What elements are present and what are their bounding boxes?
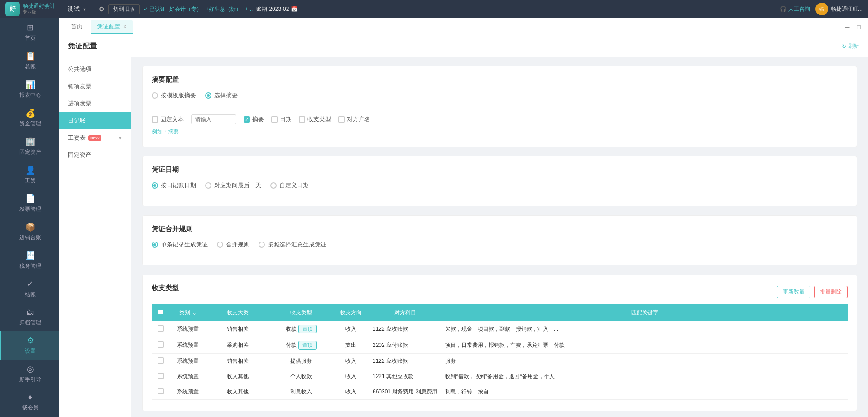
tab-config[interactable]: 凭证配置 × xyxy=(91,20,133,34)
sidebar-item-guide[interactable]: ◎ 新手引导 xyxy=(0,360,59,388)
radio-summary-gen[interactable]: 按照选择汇总生成凭证 xyxy=(259,241,326,249)
sidebar-label-funds: 资金管理 xyxy=(19,120,41,128)
tab-home[interactable]: 首页 xyxy=(64,20,89,34)
checkbox-date[interactable]: 日期 xyxy=(271,115,292,123)
row-check-3[interactable] xyxy=(152,369,170,384)
radio-journal-date[interactable]: 按日记账日期 xyxy=(152,181,196,190)
row-checkbox-4[interactable] xyxy=(158,388,164,394)
left-menu-fixed-assets[interactable]: 固定资产 xyxy=(59,147,131,164)
row-checkbox-3[interactable] xyxy=(158,373,164,379)
left-menu-public[interactable]: 公共选项 xyxy=(59,61,131,78)
refresh-btn[interactable]: ↻ 刷新 xyxy=(842,43,859,50)
left-menu-journal[interactable]: 日记账 xyxy=(59,112,131,129)
certified-tag: ✓ 已认证 xyxy=(144,5,166,13)
example-text: 例如：摘要 xyxy=(152,128,848,136)
switch-old-btn[interactable]: 切到旧版 xyxy=(108,4,140,14)
radio-period-last-circle xyxy=(205,182,211,189)
sidebar-item-assets[interactable]: 🏢 固定资产 xyxy=(0,132,59,161)
radio-merge[interactable]: 合并规则 xyxy=(217,241,249,249)
tab-close-icon[interactable]: × xyxy=(123,24,126,30)
sidebar-item-home[interactable]: ⊞ 首页 xyxy=(0,18,59,47)
row-check-2[interactable] xyxy=(152,354,170,369)
checkbox-fixed-text[interactable]: 固定文本 xyxy=(152,115,184,123)
row-check-1[interactable] xyxy=(152,337,170,354)
minimize-btn[interactable]: ─ xyxy=(844,23,852,32)
checkbox-type-label: 收支类型 xyxy=(307,115,331,123)
merge-title: 凭证合并规则 xyxy=(152,225,848,233)
sidebar: ⊞ 首页 📋 总账 📊 报表中心 💰 资金管理 🏢 固定资产 👤 工资 📄 发票… xyxy=(0,18,59,417)
page-header: 凭证配置 ↻ 刷新 xyxy=(59,36,868,57)
sidebar-item-settings[interactable]: ⚙ 设置 xyxy=(0,331,59,360)
radio-template[interactable]: 按模板版摘要 xyxy=(152,91,196,100)
sort-icon: ⌄ xyxy=(192,310,197,316)
tag-reset-0[interactable]: 置顶 xyxy=(298,325,317,333)
batch-delete-btn[interactable]: 批量删除 xyxy=(814,286,848,298)
sidebar-item-tax[interactable]: 🧾 税务管理 xyxy=(0,246,59,275)
left-menu-purchase-invoice[interactable]: 进项发票 xyxy=(59,95,131,112)
sidebar-label-reports: 报表中心 xyxy=(19,91,41,99)
logo-text: 畅捷通好会计 xyxy=(23,3,55,9)
calendar-icon[interactable]: 📅 xyxy=(291,6,297,12)
sidebar-item-sales[interactable]: 📦 进销台账 xyxy=(0,218,59,246)
row-check-4[interactable] xyxy=(152,384,170,400)
checkbox-date-box xyxy=(271,116,278,123)
radio-single-label: 单条记录生成凭证 xyxy=(161,241,208,249)
row-check-0[interactable] xyxy=(152,321,170,337)
sidebar-item-close[interactable]: ✓ 结账 xyxy=(0,275,59,303)
reports-icon: 📊 xyxy=(25,80,35,90)
row-main-type-2: 销售相关 xyxy=(206,354,269,369)
member-icon: ♦ xyxy=(28,393,32,402)
tab-home-label: 首页 xyxy=(71,23,82,31)
sidebar-item-member[interactable]: ♦ 畅会员 xyxy=(0,388,59,416)
add-icon[interactable]: ＋ xyxy=(89,5,95,13)
refresh-icon: ↻ xyxy=(842,43,846,50)
table-row: 系统预置 销售相关 收款置顶 收入 1122 应收账款 欠款，现金，项目款，到款… xyxy=(152,321,848,337)
sidebar-item-funds[interactable]: 💰 资金管理 xyxy=(0,104,59,132)
tag-reset-1[interactable]: 置顶 xyxy=(298,341,317,350)
sidebar-item-reports[interactable]: 📊 报表中心 xyxy=(0,75,59,104)
fixed-text-input[interactable] xyxy=(191,114,236,124)
table-row: 系统预置 采购相关 付款置顶 支出 2202 应付账款 项目，日常费用，报销款，… xyxy=(152,337,848,354)
row-checkbox-1[interactable] xyxy=(158,341,164,348)
sidebar-item-invoice[interactable]: 📄 发票管理 xyxy=(0,189,59,218)
table-row: 系统预置 销售相关 提供服务 收入 1122 应收账款 服务 xyxy=(152,354,848,369)
radio-single[interactable]: 单条记录生成凭证 xyxy=(152,241,208,249)
guide-icon: ◎ xyxy=(27,364,34,374)
topbar-right: 🎧 人工咨询 畅 畅捷通旺旺... xyxy=(780,3,863,15)
update-btn[interactable]: 更新数量 xyxy=(777,286,810,298)
row-type-0: 收款置顶 xyxy=(269,321,333,337)
sidebar-item-salary[interactable]: 👤 工资 xyxy=(0,161,59,189)
th-account: 对方科目 xyxy=(369,304,441,321)
left-menu-payroll[interactable]: 工资表 NEW ▾ xyxy=(59,129,131,147)
row-checkbox-2[interactable] xyxy=(158,357,164,364)
sidebar-label-archive: 归档管理 xyxy=(19,319,41,327)
checkbox-counterparty[interactable]: 对方户名 xyxy=(338,115,370,123)
radio-select[interactable]: 选择摘要 xyxy=(205,91,238,100)
radio-period-last[interactable]: 对应期间最后一天 xyxy=(205,181,261,190)
company-dropdown-icon[interactable]: ▾ xyxy=(83,7,86,12)
checkbox-type[interactable]: 收支类型 xyxy=(299,115,331,123)
settings-icon[interactable]: ⚙ xyxy=(99,5,105,13)
income-expense-section: 收支类型 更新数量 批量删除 xyxy=(142,275,857,411)
payroll-arrow-icon: ▾ xyxy=(119,135,122,142)
select-all-checkbox[interactable] xyxy=(158,309,164,315)
row-checkbox-0[interactable] xyxy=(158,325,164,332)
good-biz-tag: +好生意（标） xyxy=(206,5,241,13)
maximize-btn[interactable]: □ xyxy=(855,23,863,32)
sidebar-item-ledger[interactable]: 📋 总账 xyxy=(0,47,59,75)
category-sort[interactable]: 类别 ⌄ xyxy=(173,309,202,317)
left-menu-sales-invoice[interactable]: 销项发票 xyxy=(59,78,131,95)
user-area[interactable]: 畅 畅捷通旺旺... xyxy=(815,3,863,15)
th-category: 类别 ⌄ xyxy=(170,304,206,321)
row-direction-1: 支出 xyxy=(333,337,369,354)
radio-select-label: 选择摘要 xyxy=(214,91,238,100)
logo-area: 好 畅捷通好会计 专业版 xyxy=(5,2,64,16)
merge-section: 凭证合并规则 单条记录生成凭证 合并规则 按照选择汇总生成凭证 xyxy=(142,215,857,265)
service-btn[interactable]: 🎧 人工咨询 xyxy=(780,5,810,13)
checkbox-summary-label: 摘要 xyxy=(252,115,264,123)
radio-custom-date[interactable]: 自定义日期 xyxy=(270,181,309,190)
income-expense-title: 收支类型 xyxy=(152,284,179,293)
sidebar-item-archive[interactable]: 🗂 归档管理 xyxy=(0,303,59,331)
checkbox-summary[interactable]: ✓ 摘要 xyxy=(244,115,264,123)
row-account-3: 1221 其他应收款 xyxy=(369,369,441,384)
